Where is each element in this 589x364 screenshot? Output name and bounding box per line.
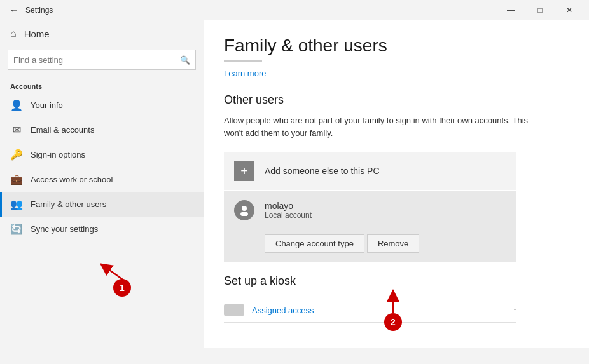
sidebar-item-label: Sign-in options — [31, 150, 85, 159]
email-icon: ✉ — [10, 124, 23, 136]
add-someone-button[interactable]: + Add someone else to this PC — [224, 152, 516, 190]
sidebar-item-your-info[interactable]: 👤 Your info — [0, 93, 204, 118]
learn-more-link[interactable]: Learn more — [224, 69, 266, 78]
briefcase-icon: 💼 — [10, 173, 23, 185]
main-content: Family & other users Learn more Other us… — [204, 20, 589, 348]
other-users-section-title: Other users — [224, 93, 569, 107]
assigned-access-label[interactable]: Assigned access — [252, 306, 314, 315]
svg-point-0 — [242, 206, 247, 211]
search-box: 🔍 — [8, 50, 196, 70]
sidebar-item-family-users[interactable]: 👥 Family & other users — [0, 192, 204, 217]
minimize-button[interactable]: — — [496, 0, 525, 20]
sidebar-item-access-work[interactable]: 💼 Access work or school — [0, 167, 204, 192]
person-icon: 👤 — [10, 99, 23, 111]
sidebar-item-label: Access work or school — [31, 175, 113, 184]
sidebar-item-email-accounts[interactable]: ✉ Email & accounts — [0, 118, 204, 142]
sidebar-item-sync[interactable]: 🔄 Sync your settings — [0, 217, 204, 241]
home-button[interactable]: ⌂ Home — [0, 20, 204, 47]
user-item: molayo Local account Change account type… — [224, 191, 516, 262]
user-type: Local account — [265, 211, 312, 220]
home-label: Home — [24, 29, 50, 39]
sync-icon: 🔄 — [10, 223, 23, 235]
window-controls: — □ ✕ — [496, 0, 584, 20]
other-users-description: Allow people who are not part of your fa… — [224, 114, 542, 139]
back-button[interactable]: ← — [5, 1, 23, 19]
user-actions: Change account type Remove — [224, 229, 516, 262]
sidebar-item-label: Your info — [31, 100, 63, 110]
kiosk-section: Set up a kiosk Assigned access ↑ — [224, 274, 569, 323]
svg-point-1 — [240, 212, 248, 216]
group-icon: 👥 — [10, 198, 23, 210]
sidebar-section-title: Accounts — [0, 78, 204, 93]
sidebar-item-label: Sync your settings — [31, 224, 98, 234]
window-title: Settings — [25, 6, 53, 15]
app-container: ⌂ Home 🔍 Accounts 👤 Your info ✉ Email & … — [0, 20, 589, 348]
add-user-label: Add someone else to this PC — [265, 166, 380, 176]
kiosk-toggle — [224, 304, 244, 316]
title-bar: ← Settings — □ ✕ — [0, 0, 589, 20]
page-title: Family & other users — [224, 36, 569, 56]
remove-button[interactable]: Remove — [367, 234, 419, 253]
search-icon: 🔍 — [180, 55, 190, 65]
sidebar-item-label: Family & other users — [31, 199, 106, 209]
chevron-up-icon: ↑ — [513, 307, 516, 314]
change-account-type-button[interactable]: Change account type — [265, 234, 364, 253]
user-name: molayo — [265, 201, 312, 211]
search-input[interactable] — [13, 55, 180, 65]
sidebar: ⌂ Home 🔍 Accounts 👤 Your info ✉ Email & … — [0, 20, 204, 348]
sidebar-item-sign-in[interactable]: 🔑 Sign-in options — [0, 142, 204, 167]
progress-bar — [224, 60, 262, 62]
sidebar-item-label: Email & accounts — [31, 125, 94, 135]
home-icon: ⌂ — [10, 28, 17, 39]
kiosk-section-title: Set up a kiosk — [224, 274, 569, 288]
kiosk-item[interactable]: Assigned access ↑ — [224, 298, 516, 323]
maximize-button[interactable]: □ — [525, 0, 555, 20]
user-item-header[interactable]: molayo Local account — [224, 191, 516, 229]
user-avatar — [234, 200, 254, 220]
close-button[interactable]: ✕ — [555, 0, 584, 20]
user-info: molayo Local account — [265, 201, 312, 220]
key-icon: 🔑 — [10, 149, 23, 161]
plus-icon: + — [234, 161, 254, 181]
